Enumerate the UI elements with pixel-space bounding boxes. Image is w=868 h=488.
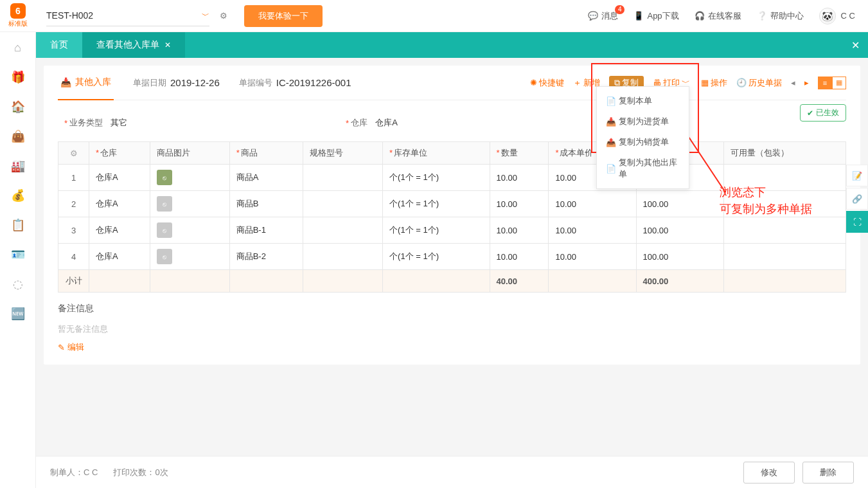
product-image-icon: ⎋ <box>157 170 172 185</box>
document-card: 📥 其他入库 单据日期 2019-12-26 单据编号 IC-20191226-… <box>44 66 860 365</box>
next-button[interactable]: ▸ <box>804 78 809 87</box>
table-row[interactable]: 4仓库A⎋商品B-2个(1个 = 1个)10.0010.00100.00 <box>58 244 846 270</box>
nav-id-icon[interactable]: 🪪 <box>11 248 25 262</box>
messages-button[interactable]: 💬 消息 4 <box>588 10 618 22</box>
nav-new-icon[interactable]: 🆕 <box>11 307 25 321</box>
biz-label: 业务类型 <box>69 117 103 129</box>
doc-type-tab[interactable]: 📥 其他入库 <box>58 66 114 100</box>
nav-house-icon[interactable]: 🏠 <box>11 100 25 114</box>
product-image-icon: ⎋ <box>157 249 172 264</box>
info-row: *业务类型 其它 *仓库 仓库A <box>58 100 846 141</box>
settings-column[interactable]: ⚙ <box>58 142 89 165</box>
side-note-icon[interactable]: 📝 <box>846 165 868 186</box>
shortcut-button[interactable]: ✺快捷键 <box>530 77 564 89</box>
side-link-icon[interactable]: 🔗 <box>846 188 868 210</box>
help-label: 帮助中心 <box>770 10 804 22</box>
doc-icon: 📄 <box>606 96 615 106</box>
docno-value: IC-20191226-001 <box>276 77 351 88</box>
subtotal-amount: 400.00 <box>636 270 723 293</box>
shortcut-icon: ✺ <box>530 78 537 87</box>
view-grid-button[interactable]: ▦ <box>832 77 846 89</box>
col-qty: *数量 <box>490 142 549 165</box>
row-spec <box>303 165 382 191</box>
row-prod: 商品B-2 <box>229 244 303 270</box>
row-img: ⎋ <box>150 244 229 270</box>
user-menu[interactable]: 🐼 C C <box>819 8 855 24</box>
row-unit: 个(1个 = 1个) <box>383 165 490 191</box>
logo-icon: 6 <box>10 3 26 19</box>
phone-icon: 📱 <box>633 11 644 21</box>
nav-home-icon[interactable]: ⌂ <box>14 41 21 55</box>
subtotal-label: 小计 <box>58 270 89 293</box>
headset-icon: 🎧 <box>695 11 705 21</box>
row-qty: 10.00 <box>490 165 549 191</box>
check-icon: ✔ <box>807 109 813 118</box>
row-spec <box>303 217 382 244</box>
copy-dropdown: 📄复制本单 📥复制为进货单 📤复制为销货单 📄复制为其他出库单 <box>596 86 689 189</box>
date-label: 单据日期 <box>133 77 166 89</box>
docno-label: 单据编号 <box>239 77 272 89</box>
dd-label-4: 复制为其他出库单 <box>619 157 680 180</box>
copy-as-sales[interactable]: 📤复制为销货单 <box>597 132 689 152</box>
row-avail <box>723 191 846 217</box>
side-expand-icon[interactable]: ⛶ <box>846 211 868 233</box>
doc-title: 其他入库 <box>75 77 111 88</box>
row-prod: 商品A <box>229 165 303 191</box>
dd-label-1: 复制本单 <box>619 95 652 107</box>
row-prod: 商品B-1 <box>229 217 303 244</box>
table-header-row: ⚙ *仓库 商品图片 *商品 规格型号 *库存单位 *数量 *成本单价 *成本金… <box>58 142 846 165</box>
table-row[interactable]: 2仓库A⎋商品B个(1个 = 1个)10.0010.00100.00 <box>58 191 846 217</box>
top-bar: 6 标准版 TEST-H002 ﹀ ⚙ 我要体验一下 💬 消息 4 📱 App下… <box>0 0 868 32</box>
table-row[interactable]: 1仓库A⎋商品A个(1个 = 1个)10.0010.00100.00 <box>58 165 846 191</box>
prev-button[interactable]: ◂ <box>791 78 795 87</box>
history-button[interactable]: 🕘历史单据 <box>736 77 782 89</box>
nav-money-icon[interactable]: 💰 <box>11 188 25 203</box>
row-wh: 仓库A <box>89 191 150 217</box>
nav-gift-icon[interactable]: 🎁 <box>11 70 25 84</box>
nav-clipboard-icon[interactable]: 📋 <box>11 218 25 232</box>
table-row[interactable]: 3仓库A⎋商品B-1个(1个 = 1个)10.0010.00100.00 <box>58 217 846 244</box>
nav-bag-icon[interactable]: 👜 <box>11 129 25 143</box>
view-toggle: ≡ ▦ <box>818 77 846 89</box>
copy-as-purchase[interactable]: 📥复制为进货单 <box>597 111 689 132</box>
outbox-icon: 📤 <box>606 138 615 147</box>
edit-remark-button[interactable]: ✎ 编辑 <box>58 341 84 353</box>
user-name: C C <box>841 11 855 21</box>
view-list-button[interactable]: ≡ <box>818 77 832 89</box>
ops-button[interactable]: ▦操作 <box>701 77 727 89</box>
nav-warehouse-icon[interactable]: 🏭 <box>11 159 25 173</box>
warehouse-field: *仓库 仓库A <box>346 117 398 129</box>
date-value: 2019-12-26 <box>170 77 220 88</box>
delete-button[interactable]: 删除 <box>802 462 854 483</box>
chevron-right-icon: ▸ <box>804 78 809 87</box>
close-icon[interactable]: ✕ <box>164 41 171 50</box>
col-prod: *商品 <box>229 142 303 165</box>
row-prod: 商品B <box>229 191 303 217</box>
row-amount: 100.00 <box>636 191 723 217</box>
help-center-button[interactable]: ❔ 帮助中心 <box>757 10 804 22</box>
tab-home[interactable]: 首页 <box>36 32 82 58</box>
app-download-button[interactable]: 📱 App下载 <box>633 10 678 22</box>
copy-as-other-out[interactable]: 📄复制为其他出库单 <box>597 152 689 185</box>
row-spec <box>303 191 382 217</box>
service-label: 在线客服 <box>708 10 741 22</box>
modify-button[interactable]: 修改 <box>743 462 795 483</box>
status-text: 已生效 <box>816 107 839 118</box>
row-index: 2 <box>58 191 89 217</box>
doc-out-icon: 📄 <box>606 164 615 174</box>
nav-loading-icon[interactable]: ◌ <box>13 277 23 291</box>
online-service-button[interactable]: 🎧 在线客服 <box>695 10 741 22</box>
settings-icon[interactable]: ⚙ <box>220 11 227 21</box>
row-img: ⎋ <box>150 217 229 244</box>
print-count-info: 打印次数：0次 <box>113 467 168 478</box>
tab-view-doc[interactable]: 查看其他入库单 ✕ <box>82 32 185 58</box>
inbox-icon: 📥 <box>606 117 615 127</box>
row-index: 1 <box>58 165 89 191</box>
row-price: 10.00 <box>549 191 636 217</box>
message-icon: 💬 <box>588 11 598 21</box>
org-selector[interactable]: TEST-H002 ﹀ <box>46 6 209 26</box>
copy-this-doc[interactable]: 📄复制本单 <box>597 91 689 111</box>
close-all-tabs-button[interactable]: ✕ <box>842 32 868 58</box>
product-image-icon: ⎋ <box>157 196 172 212</box>
try-button[interactable]: 我要体验一下 <box>244 5 323 27</box>
